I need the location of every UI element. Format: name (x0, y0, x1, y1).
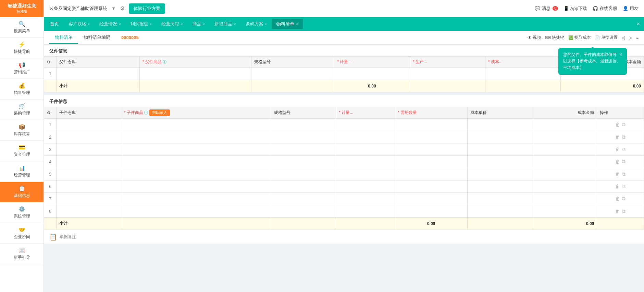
child-cell-unitcost-4[interactable] (468, 156, 532, 168)
copy-icon-2[interactable]: ⧉ (622, 134, 626, 140)
child-cell-spec-4[interactable] (271, 156, 336, 168)
copy-icon-4[interactable]: ⧉ (622, 159, 626, 165)
app-download-action[interactable]: 📱 App下载 (564, 5, 587, 12)
grid-view-icon[interactable]: ≡ (636, 35, 639, 40)
delete-icon-3[interactable]: 🗑 (615, 147, 620, 152)
child-cell-spec-8[interactable] (271, 205, 336, 218)
child-cell-warehouse-1[interactable] (57, 119, 121, 131)
child-cell-qty-2[interactable] (395, 131, 467, 143)
child-cell-spec-1[interactable] (271, 119, 336, 131)
tab-history[interactable]: 经营历程 × (157, 19, 187, 29)
close-profit-icon[interactable]: × (150, 22, 152, 26)
nav-arrow-right[interactable]: ▷ (629, 35, 632, 40)
delete-icon-2[interactable]: 🗑 (615, 134, 620, 140)
tab-barcode[interactable]: 条码方案 × (241, 19, 272, 29)
view-action[interactable]: 👁 视频 (528, 35, 541, 40)
nav-arrow-left[interactable]: ◁ (622, 35, 625, 40)
shortcut-action[interactable]: ⌨ 快捷键 (545, 35, 564, 40)
child-cell-warehouse-8[interactable] (57, 205, 121, 218)
child-cell-goods-6[interactable] (121, 180, 271, 193)
delete-icon-4[interactable]: 🗑 (615, 159, 620, 165)
sub-tab-bom-code[interactable]: 物料清单编码 (78, 32, 116, 44)
close-bom-icon[interactable]: × (296, 22, 298, 26)
close-history-icon[interactable]: × (181, 22, 183, 26)
parent-cell-cost-1[interactable] (485, 68, 561, 80)
child-cell-unit-8[interactable] (336, 205, 395, 218)
child-cell-qty-7[interactable] (395, 193, 467, 205)
nav-close-all[interactable]: × (634, 21, 643, 27)
parent-cell-goods-1[interactable] (139, 68, 251, 80)
trial-button[interactable]: 体验行业方案 (129, 3, 165, 14)
sidebar-item-sales[interactable]: 💰 销售管理 (0, 79, 44, 100)
child-cell-goods-2[interactable] (121, 131, 271, 143)
cost-action[interactable]: 💹 提取成本 (568, 35, 591, 40)
child-cell-warehouse-7[interactable] (57, 193, 121, 205)
delete-icon-5[interactable]: 🗑 (615, 171, 620, 177)
child-cell-qty-1[interactable] (395, 119, 467, 131)
child-cell-unitcost-3[interactable] (468, 143, 532, 156)
child-cell-warehouse-4[interactable] (57, 156, 121, 168)
child-cell-unit-5[interactable] (336, 168, 395, 180)
sub-tab-bom-list[interactable]: 物料清单 (49, 32, 78, 44)
child-cell-spec-2[interactable] (271, 131, 336, 143)
child-cell-warehouse-2[interactable] (57, 131, 121, 143)
child-cell-qty-8[interactable] (395, 205, 467, 218)
tab-profit[interactable]: 利润报告 × (126, 19, 157, 29)
child-cell-unit-6[interactable] (336, 180, 395, 193)
close-addgoods-icon[interactable]: × (234, 22, 236, 26)
sidebar-item-inventory[interactable]: 📦 库存核算 (0, 120, 44, 141)
tab-customer[interactable]: 客户联络 × (64, 19, 95, 29)
tab-goods[interactable]: 商品 × (188, 19, 210, 29)
child-cell-unit-2[interactable] (336, 131, 395, 143)
copy-icon-1[interactable]: ⧉ (622, 122, 626, 128)
sidebar-item-system[interactable]: ⚙️ 系统管理 (0, 202, 44, 223)
sidebar-item-search[interactable]: 🔍 搜索菜单 (0, 17, 44, 38)
sidebar-item-operations[interactable]: 📊 经营管理 (0, 161, 44, 182)
sidebar-item-finance[interactable]: 💳 资金管理 (0, 141, 44, 161)
child-cell-goods-4[interactable] (121, 156, 271, 168)
child-cell-unitcost-2[interactable] (468, 131, 532, 143)
child-cell-unitcost-7[interactable] (468, 193, 532, 205)
child-cell-warehouse-6[interactable] (57, 180, 121, 193)
child-cell-spec-5[interactable] (271, 168, 336, 180)
tab-add-goods[interactable]: 新增商品 × (210, 19, 240, 29)
child-cell-goods-3[interactable] (121, 143, 271, 156)
settings-icon[interactable]: ⚙ (120, 5, 125, 12)
settings-gear-icon[interactable]: ⚙ (47, 60, 51, 65)
message-action[interactable]: 💬 消息 6 (535, 5, 558, 12)
child-cell-qty-6[interactable] (395, 180, 467, 193)
copy-icon-6[interactable]: ⧉ (622, 184, 626, 189)
child-cell-unitcost-6[interactable] (468, 180, 532, 193)
child-settings-gear-icon[interactable]: ⚙ (47, 110, 51, 115)
copy-icon-7[interactable]: ⧉ (622, 196, 626, 202)
parent-cell-unit-1[interactable] (334, 68, 410, 80)
tab-bom[interactable]: 物料清单 × (272, 19, 302, 29)
delete-icon-1[interactable]: 🗑 (615, 122, 620, 128)
doc-settings-action[interactable]: 📄 单据设置 (595, 35, 618, 40)
parent-cell-warehouse-1[interactable] (57, 68, 140, 80)
child-cell-unitcost-1[interactable] (468, 119, 532, 131)
sidebar-item-quicknav[interactable]: ⚡ 快捷导航 (0, 38, 44, 58)
child-cell-warehouse-5[interactable] (57, 168, 121, 180)
child-cell-unit-3[interactable] (336, 143, 395, 156)
child-cell-warehouse-3[interactable] (57, 143, 121, 156)
child-cell-qty-3[interactable] (395, 143, 467, 156)
child-cell-qty-4[interactable] (395, 156, 467, 168)
sidebar-item-basic[interactable]: 📋 基础信息 (0, 182, 44, 202)
scan-input-button[interactable]: 扫码录入 (149, 109, 170, 116)
child-cell-unit-1[interactable] (336, 119, 395, 131)
child-cell-unitcost-5[interactable] (468, 168, 532, 180)
tooltip-close-button[interactable]: × (620, 51, 622, 58)
child-cell-spec-3[interactable] (271, 143, 336, 156)
child-cell-goods-1[interactable] (121, 119, 271, 131)
child-cell-unitcost-8[interactable] (468, 205, 532, 218)
sidebar-item-collab[interactable]: 🤝 企业协同 (0, 223, 44, 244)
copy-icon-3[interactable]: ⧉ (622, 147, 626, 152)
child-cell-goods-5[interactable] (121, 168, 271, 180)
service-action[interactable]: 🎧 在线客服 (593, 5, 617, 12)
delete-icon-6[interactable]: 🗑 (615, 184, 620, 189)
sidebar-item-guide[interactable]: 📖 新手引导 (0, 244, 44, 264)
tab-home[interactable]: 首页 (45, 19, 64, 29)
close-operations-icon[interactable]: × (119, 22, 121, 26)
child-cell-goods-8[interactable] (121, 205, 271, 218)
